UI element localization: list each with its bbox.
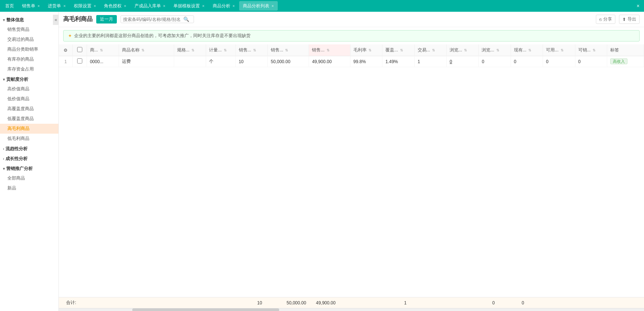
col-coverage[interactable]: 覆盖... ⇅: [382, 44, 414, 56]
col-checkbox[interactable]: [72, 44, 87, 56]
sidebar-item-traded-goods[interactable]: 交易过的商品: [0, 35, 58, 44]
cell-available-stock: 0: [543, 56, 575, 67]
cell-sales-amount: 50,000.00: [268, 56, 309, 67]
col-available-stock-sort-icon[interactable]: ⇅: [561, 48, 564, 52]
select-all-checkbox[interactable]: [77, 47, 82, 52]
col-available-stock[interactable]: 可用... ⇅: [543, 44, 575, 56]
col-sellable-stock-sort-icon[interactable]: ⇅: [593, 48, 596, 52]
nav-template-settings[interactable]: 单据模板设置 ×: [170, 1, 208, 11]
sidebar-section-trend[interactable]: › 流趋性分析: [0, 144, 58, 153]
nav-permission-settings[interactable]: 权限设置 ×: [70, 1, 100, 11]
search-box: 🔍: [120, 15, 194, 23]
col-settings[interactable]: ⚙: [59, 44, 72, 56]
content-header: 高毛利商品 近一月 🔍 ⎋ 分享 ⬆ 导出: [59, 12, 644, 27]
col-sales-amount-sort-icon[interactable]: ⇅: [285, 48, 288, 52]
col-sales-amount[interactable]: 销售... ⇅: [268, 44, 309, 56]
cell-sellable-stock: 0: [575, 56, 607, 67]
col-sales-qty-sort-icon[interactable]: ⇅: [253, 48, 256, 52]
sidebar-item-high-coverage[interactable]: 高覆盖度商品: [0, 104, 58, 114]
col-transaction-sort-icon[interactable]: ⇅: [432, 48, 435, 52]
time-filter-button[interactable]: 近一月: [96, 15, 117, 23]
col-gross-rate-sort-icon[interactable]: ⇅: [368, 48, 371, 52]
nav-close-product-analysis-list[interactable]: ×: [271, 4, 274, 8]
col-coverage-sort-icon[interactable]: ⇅: [400, 48, 403, 52]
nav-home[interactable]: 首页: [1, 1, 18, 11]
nav-product-analysis-list[interactable]: 商品分析列表 ×: [239, 1, 277, 11]
sidebar-item-low-coverage[interactable]: 低覆盖度商品: [0, 114, 58, 124]
col-sales-qty[interactable]: 销售... ⇅: [235, 44, 267, 56]
col-current-stock-sort-icon[interactable]: ⇅: [528, 48, 531, 52]
nav-close-purchase-order[interactable]: ×: [63, 4, 65, 8]
footer-cell-sales-profit: 49,900.00: [313, 300, 342, 305]
nav-close-product-inbound[interactable]: ×: [163, 4, 165, 8]
col-unit[interactable]: 计量... ⇅: [206, 44, 235, 56]
col-code-sort-icon[interactable]: ⇅: [100, 48, 103, 52]
col-unit-sort-icon[interactable]: ⇅: [224, 48, 227, 52]
footer-total-row: 合计: 10 50,000.00 49,900.00 1 0 0: [59, 297, 644, 308]
sidebar-item-all-goods[interactable]: 全部商品: [0, 173, 58, 183]
search-input[interactable]: [123, 17, 182, 22]
close-all-tabs-button[interactable]: ×: [634, 1, 643, 10]
col-view2[interactable]: 浏览... ⇅: [479, 44, 511, 56]
export-button[interactable]: ⬆ 导出: [619, 15, 640, 24]
col-gross-rate[interactable]: 毛利率 ⇅: [350, 44, 382, 56]
nav-product-analysis[interactable]: 商品分析 ×: [209, 1, 238, 11]
footer-cell-empty2: [166, 300, 195, 305]
sidebar-section-contribution[interactable]: ▾ 贡献度分析: [0, 74, 58, 84]
nav-close-template-settings[interactable]: ×: [202, 4, 204, 8]
nav-close-role-auth[interactable]: ×: [124, 4, 126, 8]
sidebar-item-high-value[interactable]: 高价值商品: [0, 84, 58, 94]
info-banner: ✦ 企业的主要的利润都是这部分商品创造的，可考虑加大推广，同时关注库存是不要出现…: [63, 30, 640, 41]
col-sellable-stock[interactable]: 可销... ⇅: [575, 44, 607, 56]
sidebar-section-trend-arrow: ›: [3, 147, 4, 151]
cell-view1[interactable]: 0: [447, 56, 479, 67]
nav-role-auth[interactable]: 角色授权 ×: [100, 1, 130, 11]
col-code[interactable]: 商... ⇅: [87, 44, 119, 56]
col-view1[interactable]: 浏览... ⇅: [447, 44, 479, 56]
nav-close-product-analysis[interactable]: ×: [233, 4, 235, 8]
sidebar-item-new-goods[interactable]: 新品: [0, 183, 58, 193]
col-view2-sort-icon[interactable]: ⇅: [496, 48, 499, 52]
col-spec[interactable]: 规格... ⇅: [174, 44, 206, 56]
nav-purchase-order[interactable]: 进货单 ×: [44, 1, 69, 11]
sidebar: « ▾ 整体信息 销售货商品 交易过的商品 商品分类助销率 有库存的商品 库存资…: [0, 12, 59, 311]
sidebar-item-category-sales-rate[interactable]: 商品分类助销率: [0, 44, 58, 54]
horizontal-scrollbar[interactable]: [59, 308, 644, 311]
nav-close-permission-settings[interactable]: ×: [94, 4, 96, 8]
nav-close-sales-order[interactable]: ×: [37, 4, 40, 8]
sidebar-item-low-margin[interactable]: 低毛利商品: [0, 134, 58, 144]
cell-transaction: 1: [414, 56, 446, 67]
col-current-stock[interactable]: 现有... ⇅: [511, 44, 543, 56]
data-table: ⚙ 商... ⇅ 商品名称 ⇅: [59, 44, 644, 67]
col-sales-profit[interactable]: 销售... ⇅: [309, 44, 350, 56]
data-table-wrapper[interactable]: ⚙ 商... ⇅ 商品名称 ⇅: [59, 44, 644, 297]
share-button[interactable]: ⎋ 分享: [596, 15, 615, 24]
scrollbar-thumb[interactable]: [132, 308, 279, 311]
export-icon: ⬆: [622, 17, 626, 22]
nav-product-inbound[interactable]: 产成品入库单 ×: [131, 1, 169, 11]
sidebar-collapse-button[interactable]: «: [53, 15, 59, 25]
footer-cell-empty8: [460, 300, 489, 305]
top-navigation: 首页 销售单 × 进货单 × 权限设置 × 角色授权 × 产成品入库单 × 单据…: [0, 0, 644, 12]
sidebar-section-marketing[interactable]: ▾ 营销推广分析: [0, 163, 58, 173]
sidebar-item-in-stock-goods[interactable]: 有库存的商品: [0, 54, 58, 64]
sidebar-section-overall[interactable]: ▾ 整体信息: [0, 15, 58, 25]
footer-cell-empty5: [342, 300, 372, 305]
sidebar-item-stock-capital[interactable]: 库存资金占用: [0, 64, 58, 74]
sidebar-item-sales-goods[interactable]: 销售货商品: [0, 25, 58, 35]
sidebar-item-high-margin[interactable]: 高毛利商品: [0, 124, 58, 134]
sidebar-item-low-value[interactable]: 低价值商品: [0, 94, 58, 104]
col-name[interactable]: 商品名称 ⇅: [119, 44, 174, 56]
col-transaction[interactable]: 交易... ⇅: [414, 44, 446, 56]
nav-sales-order[interactable]: 销售单 ×: [18, 1, 43, 11]
col-sales-profit-sort-icon[interactable]: ⇅: [327, 48, 330, 52]
cell-checkbox[interactable]: [72, 56, 87, 67]
footer-cell-current-stock: 0: [489, 300, 519, 305]
col-spec-sort-icon[interactable]: ⇅: [191, 48, 194, 52]
row-checkbox[interactable]: [77, 58, 82, 64]
col-tag[interactable]: 标签: [607, 44, 644, 56]
col-name-sort-icon[interactable]: ⇅: [141, 48, 144, 52]
col-view1-sort-icon[interactable]: ⇅: [464, 48, 467, 52]
search-icon[interactable]: 🔍: [183, 17, 189, 22]
sidebar-section-growth[interactable]: › 成长性分析: [0, 153, 58, 163]
